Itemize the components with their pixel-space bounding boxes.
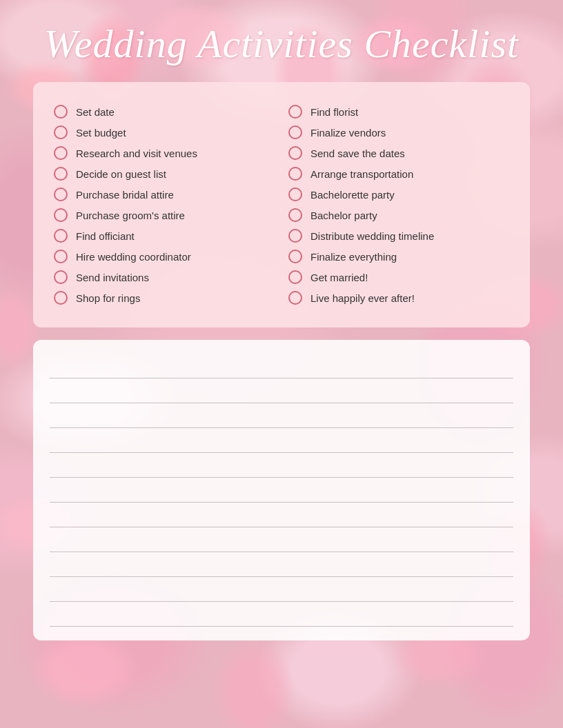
checklist-item-left-5[interactable]: Purchase groom's attire <box>54 205 275 225</box>
checkbox-circle[interactable] <box>54 229 68 243</box>
checklist-item-left-0[interactable]: Set date <box>54 101 275 122</box>
checkbox-circle[interactable] <box>288 188 302 201</box>
checklist-item-left-2[interactable]: Research and visit venues <box>54 143 275 163</box>
item-label: Find florist <box>310 106 358 118</box>
note-line-5 <box>50 478 513 503</box>
checkbox-circle[interactable] <box>288 167 302 181</box>
checkbox-circle[interactable] <box>54 208 68 222</box>
checklist-item-left-7[interactable]: Hire wedding coordinator <box>54 246 275 267</box>
item-label: Hire wedding coordinator <box>76 251 191 263</box>
item-label: Find officiant <box>76 230 135 242</box>
item-label: Bachelor party <box>310 210 377 221</box>
item-label: Arrange transportation <box>310 168 413 180</box>
checklist-item-right-7[interactable]: Finalize everything <box>288 246 509 267</box>
note-line-6 <box>50 503 513 527</box>
item-label: Set date <box>76 106 115 118</box>
checklist-item-left-3[interactable]: Decide on guest list <box>54 163 275 184</box>
checkbox-circle[interactable] <box>288 208 302 222</box>
item-label: Send invitations <box>76 272 149 283</box>
notes-card <box>33 340 530 640</box>
note-line-2 <box>50 403 513 428</box>
checklist-item-right-4[interactable]: Bachelorette party <box>288 184 509 205</box>
checkbox-circle[interactable] <box>288 270 302 284</box>
checklist-item-right-3[interactable]: Arrange transportation <box>288 163 509 184</box>
item-label: Distribute wedding timeline <box>310 230 434 242</box>
checkbox-circle[interactable] <box>54 188 68 201</box>
checklist-item-right-9[interactable]: Live happily ever after! <box>288 287 509 308</box>
checklist-item-right-2[interactable]: Send save the dates <box>288 143 509 163</box>
item-label: Live happily ever after! <box>310 292 415 304</box>
checkbox-circle[interactable] <box>288 250 302 263</box>
checkbox-circle[interactable] <box>288 105 302 119</box>
item-label: Purchase bridal attire <box>76 189 174 201</box>
notes-lines <box>50 354 513 627</box>
note-line-10 <box>50 602 513 627</box>
checkbox-circle[interactable] <box>288 291 302 305</box>
note-line-0 <box>50 354 513 378</box>
item-label: Finalize vendors <box>310 127 386 139</box>
checklist-item-right-1[interactable]: Finalize vendors <box>288 122 509 143</box>
note-line-9 <box>50 577 513 602</box>
item-label: Research and visit venues <box>76 148 197 159</box>
checklist-item-left-8[interactable]: Send invitations <box>54 267 275 287</box>
checklist-item-right-6[interactable]: Distribute wedding timeline <box>288 225 509 246</box>
item-label: Decide on guest list <box>76 168 166 180</box>
checklist-item-right-5[interactable]: Bachelor party <box>288 205 509 225</box>
checklist-item-left-9[interactable]: Shop for rings <box>54 287 275 308</box>
checkbox-circle[interactable] <box>54 125 68 139</box>
note-line-1 <box>50 378 513 403</box>
item-label: Finalize everything <box>310 251 397 263</box>
checklist-item-left-1[interactable]: Set budget <box>54 122 275 143</box>
checkbox-circle[interactable] <box>54 167 68 181</box>
checklist-left-column: Set date Set budget Research and visit v… <box>54 101 275 308</box>
checkbox-circle[interactable] <box>288 229 302 243</box>
checkbox-circle[interactable] <box>54 105 68 119</box>
checklist-card: Set date Set budget Research and visit v… <box>33 82 530 327</box>
checklist-item-right-0[interactable]: Find florist <box>288 101 509 122</box>
item-label: Bachelorette party <box>310 189 395 201</box>
checkbox-circle[interactable] <box>54 270 68 284</box>
note-line-7 <box>50 527 513 552</box>
note-line-8 <box>50 552 513 577</box>
checklist-item-left-6[interactable]: Find officiant <box>54 225 275 246</box>
page-title: Wedding Activities Checklist <box>44 21 519 67</box>
page-content: Wedding Activities Checklist Set date Se… <box>0 0 563 728</box>
note-line-3 <box>50 428 513 453</box>
checklist-right-column: Find florist Finalize vendors Send save … <box>288 101 509 308</box>
checkbox-circle[interactable] <box>54 146 68 160</box>
item-label: Purchase groom's attire <box>76 210 185 221</box>
note-line-4 <box>50 453 513 478</box>
item-label: Shop for rings <box>76 292 140 304</box>
checklist-item-right-8[interactable]: Get married! <box>288 267 509 287</box>
checklist-grid: Set date Set budget Research and visit v… <box>54 101 509 308</box>
checkbox-circle[interactable] <box>288 146 302 160</box>
checkbox-circle[interactable] <box>288 125 302 139</box>
checkbox-circle[interactable] <box>54 291 68 305</box>
checkbox-circle[interactable] <box>54 250 68 263</box>
item-label: Set budget <box>76 127 126 139</box>
item-label: Send save the dates <box>310 148 405 159</box>
item-label: Get married! <box>310 272 368 283</box>
checklist-item-left-4[interactable]: Purchase bridal attire <box>54 184 275 205</box>
